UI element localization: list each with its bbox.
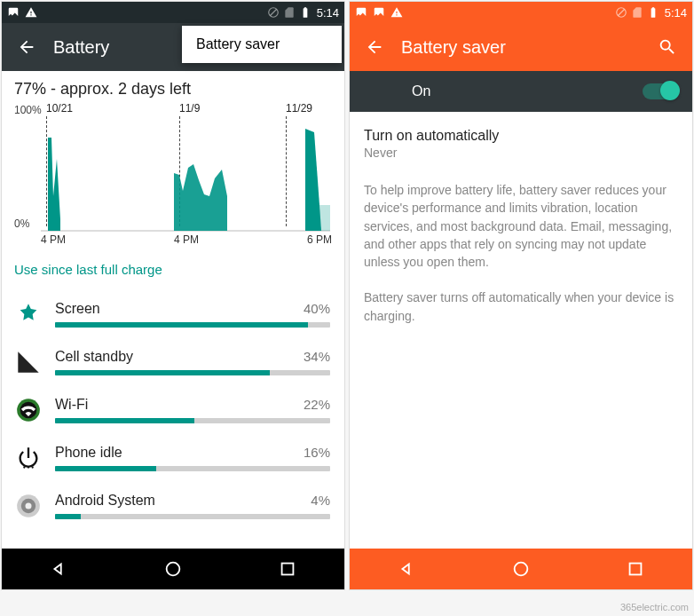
watermark: 365electric.com bbox=[620, 602, 689, 612]
search-button[interactable] bbox=[646, 26, 689, 68]
svg-point-5 bbox=[23, 466, 25, 468]
navigation-bar bbox=[2, 549, 344, 589]
usage-bar bbox=[55, 370, 330, 375]
row-percent: 34% bbox=[304, 349, 330, 364]
warning-icon bbox=[25, 6, 37, 19]
row-percent: 16% bbox=[304, 445, 330, 460]
nav-home[interactable] bbox=[494, 551, 548, 587]
date-marker: 11/29 bbox=[286, 102, 312, 115]
date-marker: 10/21 bbox=[46, 102, 73, 115]
usage-bar bbox=[55, 418, 330, 423]
list-item[interactable]: Phone idle16% bbox=[2, 433, 344, 481]
chart-svg bbox=[41, 116, 330, 232]
row-label: Screen bbox=[55, 301, 100, 317]
battery-icon bbox=[647, 6, 659, 19]
date-marker: 11/9 bbox=[179, 102, 200, 115]
row-label: Android System bbox=[55, 493, 155, 509]
y-axis-label: 100% bbox=[14, 104, 42, 116]
list-item[interactable]: Wi-Fi22% bbox=[2, 385, 344, 433]
svg-point-10 bbox=[26, 503, 32, 509]
y-axis-label: 0% bbox=[14, 217, 29, 230]
screen-battery: 5:14 Battery Battery saver 77% - approx.… bbox=[1, 1, 345, 590]
no-signal-icon bbox=[267, 6, 280, 19]
usage-bar bbox=[55, 466, 330, 471]
sim-icon bbox=[631, 6, 643, 19]
battery-chart[interactable]: 100% 0% 10/21 11/9 11/29 4 PM 4 PM 6 PM bbox=[2, 102, 344, 253]
svg-point-6 bbox=[28, 466, 29, 468]
wifi-icon bbox=[14, 396, 43, 424]
row-label: Cell standby bbox=[55, 349, 133, 365]
svg-point-15 bbox=[515, 563, 528, 576]
row-percent: 22% bbox=[304, 397, 330, 412]
back-button[interactable] bbox=[353, 26, 396, 68]
picture-icon bbox=[355, 6, 367, 19]
app-bar: Battery Battery saver bbox=[2, 23, 344, 71]
page-title: Battery saver bbox=[396, 37, 506, 58]
nav-recent[interactable] bbox=[261, 551, 314, 587]
usage-bar bbox=[55, 514, 330, 519]
saver-toggle-row[interactable]: On bbox=[350, 71, 692, 112]
no-signal-icon bbox=[615, 6, 627, 19]
warning-icon bbox=[390, 6, 403, 19]
svg-rect-16 bbox=[629, 564, 641, 575]
usage-bar bbox=[55, 322, 330, 328]
svg-line-1 bbox=[270, 10, 276, 16]
android-icon bbox=[14, 492, 43, 520]
help-text: To help improve battery life, battery sa… bbox=[350, 172, 692, 280]
section-subtitle: Never bbox=[350, 146, 692, 172]
on-label: On bbox=[412, 83, 430, 99]
toggle-switch[interactable] bbox=[643, 83, 678, 99]
svg-rect-12 bbox=[281, 564, 293, 575]
svg-point-7 bbox=[32, 466, 34, 468]
svg-line-14 bbox=[618, 10, 624, 16]
sim-icon bbox=[283, 6, 296, 19]
svg-point-11 bbox=[167, 563, 180, 576]
x-axis: 4 PM 4 PM 6 PM bbox=[41, 233, 332, 249]
status-bar: 5:14 bbox=[2, 2, 344, 23]
list-item[interactable]: Cell standby34% bbox=[2, 337, 344, 385]
status-bar: 5:14 bbox=[350, 2, 692, 23]
row-percent: 40% bbox=[304, 301, 330, 316]
help-text: Battery saver turns off automatically wh… bbox=[350, 280, 692, 334]
picture-icon bbox=[373, 6, 385, 19]
list-item[interactable]: Screen40% bbox=[2, 289, 344, 337]
app-bar: Battery saver bbox=[350, 23, 692, 71]
nav-back[interactable] bbox=[32, 551, 85, 587]
list-item[interactable]: Android System4% bbox=[2, 481, 344, 529]
usage-link[interactable]: Use since last full charge bbox=[2, 253, 344, 289]
picture-icon bbox=[7, 6, 20, 19]
battery-summary: 77% - approx. 2 days left bbox=[2, 71, 344, 102]
row-label: Phone idle bbox=[55, 445, 122, 461]
screen-battery-saver: 5:14 Battery saver On Turn on automatica… bbox=[349, 1, 693, 590]
overflow-menu-item[interactable]: Battery saver bbox=[182, 26, 342, 63]
status-clock: 5:14 bbox=[315, 6, 339, 20]
back-button[interactable] bbox=[5, 26, 48, 68]
brightness-icon bbox=[14, 300, 43, 328]
battery-icon bbox=[299, 6, 312, 19]
row-percent: 4% bbox=[311, 493, 330, 508]
nav-recent[interactable] bbox=[609, 551, 662, 587]
section-title[interactable]: Turn on automatically bbox=[350, 112, 692, 146]
status-clock: 5:14 bbox=[663, 6, 687, 20]
usage-list: Screen40%Cell standby34%Wi-Fi22%Phone id… bbox=[2, 289, 344, 529]
page-title: Battery bbox=[48, 37, 109, 58]
navigation-bar bbox=[350, 549, 692, 589]
row-label: Wi-Fi bbox=[55, 397, 88, 413]
nav-back[interactable] bbox=[380, 551, 433, 587]
nav-home[interactable] bbox=[146, 551, 200, 587]
power-icon bbox=[14, 444, 43, 472]
signal-icon bbox=[14, 348, 43, 376]
